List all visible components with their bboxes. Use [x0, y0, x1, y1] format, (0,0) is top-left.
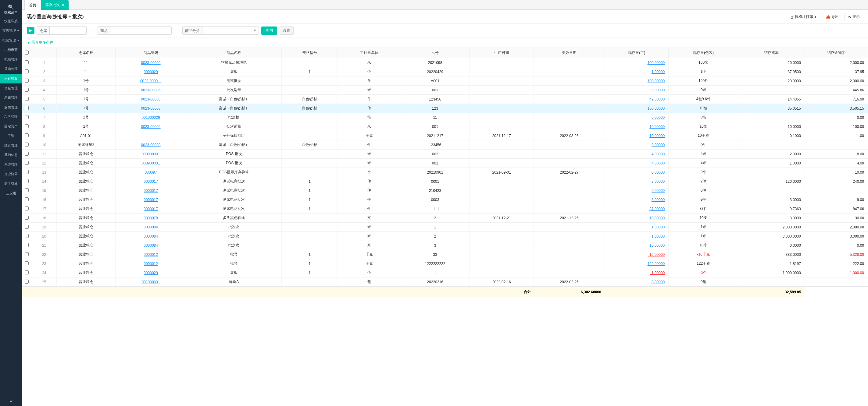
row-checkbox[interactable] [25, 60, 29, 64]
row-checkbox[interactable] [25, 97, 29, 101]
display-button[interactable]: 👁 显示 [844, 13, 863, 21]
row-code[interactable]: 001000031 [115, 277, 186, 287]
row-checkbox[interactable] [25, 161, 29, 165]
tab-home[interactable]: 首页 [24, 0, 41, 10]
sidebar-item-assets[interactable]: 固定资产 [0, 122, 22, 131]
sidebar-item-tax[interactable]: 税务管理 [0, 112, 22, 122]
row-checkbox[interactable] [25, 142, 29, 146]
sidebar-item-cloud[interactable]: 云应用 [0, 189, 22, 198]
row-qty-main[interactable]: 1.00000 [605, 67, 669, 76]
row-qty-main[interactable]: 0.00000 [605, 86, 669, 95]
row-checkbox[interactable] [25, 106, 29, 110]
row-checkbox[interactable] [25, 216, 29, 219]
sidebar-item-ecom[interactable]: 电商管理 [0, 55, 22, 64]
row-code[interactable]: 0023-00008 [115, 104, 186, 113]
sidebar-item-wholesale[interactable]: 批发管理 ▼ [0, 36, 22, 45]
row-code[interactable]: 0023-00008 [115, 95, 186, 104]
sidebar-item-guide[interactable]: 新手引导 [0, 179, 22, 189]
sidebar-item-ledger[interactable]: 总账管理 [0, 93, 22, 102]
row-code[interactable]: 0000017 [115, 195, 186, 204]
row-checkbox[interactable] [25, 197, 29, 201]
export-button[interactable]: 📤 导出 [823, 13, 842, 21]
row-qty-main[interactable]: 0.00000 [605, 277, 669, 287]
sidebar-settings-icon[interactable]: ⚙ [6, 396, 16, 406]
row-qty-main[interactable]: 2.00000 [605, 177, 669, 186]
tab-close-icon[interactable]: ✕ [62, 3, 64, 7]
row-qty-main[interactable]: 3.00000 [605, 195, 669, 204]
row-qty-main[interactable]: 0.00000 [605, 168, 669, 177]
sidebar-item-basic[interactable]: 基础信息 [0, 150, 22, 160]
row-checkbox[interactable] [25, 188, 29, 192]
sidebar-search[interactable]: 🔍 搜索菜单 [0, 2, 22, 16]
filter-settings-button[interactable]: 设置 [280, 27, 293, 35]
row-code[interactable]: 0000012 [115, 259, 186, 268]
row-checkbox[interactable] [25, 280, 29, 283]
sidebar-item-fund[interactable]: 资金管理 [0, 83, 22, 93]
row-code[interactable]: 0000029 [115, 67, 186, 76]
row-checkbox[interactable] [25, 152, 29, 156]
row-qty-main[interactable]: 100.00000 [605, 58, 669, 67]
row-code[interactable]: 0000084 [115, 241, 186, 250]
warehouse-dots[interactable]: ··· [89, 28, 95, 33]
row-checkbox[interactable] [25, 252, 29, 256]
row-code[interactable]: 0000017 [115, 186, 186, 195]
row-qty-main[interactable]: 10.00000 [605, 213, 669, 223]
row-qty-main[interactable]: -16.00000 [605, 250, 669, 259]
category-input[interactable] [203, 27, 251, 34]
row-qty-main[interactable]: 0.00000 [605, 140, 669, 149]
row-checkbox[interactable] [25, 115, 29, 119]
sidebar-item-invoice[interactable]: 发票管理 [0, 103, 22, 112]
row-qty-main[interactable]: 87.00000 [605, 204, 669, 213]
sidebar-item-operation[interactable]: 经营管理 [0, 141, 22, 150]
nav-arrow-button[interactable]: ▶ [27, 27, 34, 34]
row-checkbox[interactable] [25, 133, 29, 137]
row-code[interactable]: 0000029 [115, 268, 186, 277]
sidebar-item-nav[interactable]: 快捷导航 [0, 16, 22, 26]
row-qty-main[interactable]: 4.00000 [605, 149, 669, 159]
row-qty-main[interactable]: 4.00000 [605, 159, 669, 168]
row-checkbox[interactable] [25, 225, 29, 229]
row-qty-main[interactable]: 100.00000 [605, 104, 669, 113]
sidebar-item-purchase[interactable]: 采购管理 [0, 64, 22, 74]
row-qty-main[interactable]: 49.60000 [605, 95, 669, 104]
row-qty-main[interactable]: 10.00000 [605, 131, 669, 140]
row-qty-main[interactable]: 0.00000 [605, 186, 669, 195]
row-code[interactable]: 0000084 [115, 223, 186, 232]
row-checkbox[interactable] [25, 124, 29, 128]
row-qty-main[interactable]: 0.00000 [605, 113, 669, 122]
row-checkbox[interactable] [25, 234, 29, 238]
row-qty-main[interactable]: 1.00000 [605, 232, 669, 241]
row-checkbox[interactable] [25, 69, 29, 73]
row-code[interactable]: 0023-0000… [115, 76, 186, 86]
row-qty-main[interactable]: -1.00000 [605, 268, 669, 277]
row-code[interactable]: 000097 [115, 168, 186, 177]
row-code[interactable]: 001000026 [115, 113, 186, 122]
category-dropdown-icon[interactable]: ▼ [251, 28, 258, 33]
row-code[interactable] [115, 131, 186, 140]
row-code[interactable]: 000900001 [115, 159, 186, 168]
search-button[interactable]: 查询 [261, 27, 277, 35]
sidebar-item-retail[interactable]: 零售管理 ▼ [0, 26, 22, 35]
row-code[interactable]: 0000017 [115, 204, 186, 213]
row-qty-main[interactable]: 10.00000 [605, 241, 669, 250]
row-code[interactable]: 0000084 [115, 232, 186, 241]
expand-conditions-button[interactable]: ▼ 展开更多条件 [27, 39, 863, 46]
warehouse-input[interactable] [50, 27, 86, 34]
sidebar-item-salary[interactable]: 工资 [0, 131, 22, 141]
row-code[interactable]: 0000017 [115, 177, 186, 186]
tab-inventory-batch[interactable]: 库存批次 ✕ [41, 0, 69, 10]
row-code[interactable]: 0000012 [115, 250, 186, 259]
sidebar-item-collab[interactable]: 企业协同 [0, 169, 22, 179]
select-all-checkbox[interactable] [25, 50, 29, 55]
row-code[interactable]: 0023-00009 [115, 58, 186, 67]
row-qty-main[interactable]: 1.00000 [605, 223, 669, 232]
row-checkbox[interactable] [25, 78, 29, 82]
row-qty-main[interactable]: 100.00000 [605, 76, 669, 86]
row-code[interactable]: 0000078 [115, 213, 186, 223]
row-checkbox[interactable] [25, 243, 29, 247]
product-dots[interactable]: ··· [174, 28, 180, 33]
sidebar-item-inventory[interactable]: 库存核算 [0, 74, 22, 83]
row-qty-main[interactable]: 10.00000 [605, 122, 669, 131]
product-input[interactable] [111, 27, 172, 34]
row-checkbox[interactable] [25, 170, 29, 174]
